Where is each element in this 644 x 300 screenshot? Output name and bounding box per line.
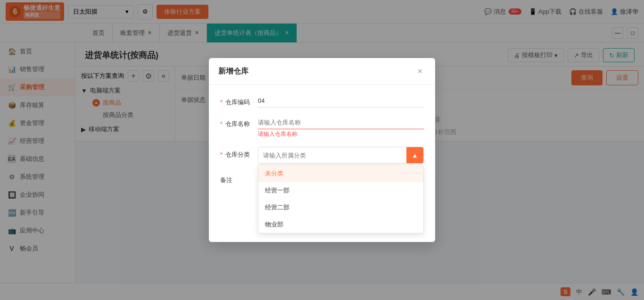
required-star-name: * [220,120,223,127]
note-label: 备注 [220,172,258,184]
dropdown-item-uncategorized[interactable]: 未分类 [258,165,423,182]
code-label: * 仓库编码 [220,94,258,107]
code-field [258,94,424,108]
classify-input[interactable] [258,149,406,162]
name-error-msg: 请输入仓库名称 [258,130,424,138]
required-star-classify: * [220,151,223,158]
classify-field: ▲ 未分类 经营一部 经营二部 物业部 [258,147,424,164]
required-star-code: * [220,99,223,106]
classify-input-wrapper: ▲ [258,147,424,164]
modal-overlay: 新增仓库 × * 仓库编码 * 仓库名称 [0,0,644,300]
dialog-body: * 仓库编码 * 仓库名称 请输入仓库名称 [209,85,435,212]
dropdown-item-ops1[interactable]: 经营一部 [258,182,423,199]
classify-label: * 仓库分类 [220,147,258,159]
form-row-name: * 仓库名称 请输入仓库名称 [220,116,424,138]
name-input[interactable] [258,116,424,129]
form-row-classify: * 仓库分类 ▲ 未分类 经营一部 经营二部 物业部 [220,147,424,164]
dialog-header: 新增仓库 × [209,58,435,85]
name-label: * 仓库名称 [220,116,258,128]
code-input[interactable] [258,94,424,108]
dropdown-item-ops2[interactable]: 经营二部 [258,199,423,216]
dialog-close-button[interactable]: × [414,66,426,77]
name-field: 请输入仓库名称 [258,116,424,138]
form-row-code: * 仓库编码 [220,94,424,108]
classify-up-button[interactable]: ▲ [406,147,423,163]
dialog-title: 新增仓库 [218,67,248,76]
dropdown-item-property[interactable]: 物业部 [258,216,423,233]
classify-dropdown: 未分类 经营一部 经营二部 物业部 [258,165,424,233]
new-warehouse-dialog: 新增仓库 × * 仓库编码 * 仓库名称 [209,58,435,242]
